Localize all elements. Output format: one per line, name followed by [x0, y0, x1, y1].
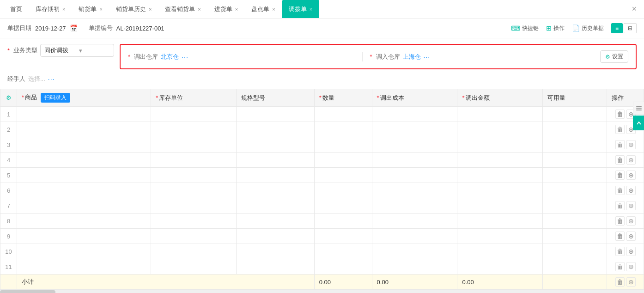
row-11-available[interactable] — [543, 259, 607, 275]
business-type-select[interactable]: 同价调拨 ▾ — [40, 44, 114, 57]
row-9-spec[interactable] — [237, 229, 315, 244]
row-8-cost[interactable] — [372, 214, 457, 229]
copy-icon[interactable]: ⊕ — [626, 171, 636, 180]
row-4-goods[interactable] — [17, 153, 151, 168]
row-7-cost[interactable] — [372, 198, 457, 214]
row-10-qty[interactable] — [314, 244, 372, 259]
tab-view-sales-order[interactable]: 查看销货单 × — [158, 0, 207, 18]
scan-btn[interactable]: 扫码录入 — [41, 93, 70, 103]
shortcut-action[interactable]: ⌨ 快捷键 — [511, 24, 539, 32]
row-11-unit[interactable] — [151, 259, 237, 275]
right-list-btn[interactable] — [633, 102, 644, 115]
person-more-btn[interactable]: ··· — [48, 75, 55, 83]
row-1-qty[interactable] — [314, 107, 372, 122]
row-9-unit[interactable] — [151, 229, 237, 244]
row-3-goods[interactable] — [17, 137, 151, 153]
tab-inventory-check[interactable]: 盘点单 × — [245, 0, 282, 18]
tab-close-inventory-init[interactable]: × — [62, 6, 65, 12]
tab-inventory-init[interactable]: 库存期初 × — [29, 0, 72, 18]
history-action[interactable]: 📄 历史单据 — [572, 24, 604, 32]
row-11-cost[interactable] — [372, 259, 457, 275]
row-10-unit[interactable] — [151, 244, 237, 259]
row-1-available[interactable] — [543, 107, 607, 122]
copy-icon[interactable]: ⊕ — [626, 186, 636, 195]
row-4-available[interactable] — [543, 153, 607, 168]
delete-icon[interactable]: 🗑 — [615, 277, 625, 287]
delete-icon[interactable]: 🗑 — [615, 171, 625, 180]
row-2-available[interactable] — [543, 122, 607, 137]
horizontal-scrollbar[interactable] — [0, 290, 644, 293]
row-9-amount[interactable] — [457, 229, 543, 244]
row-6-qty[interactable] — [314, 183, 372, 198]
tab-close-transfer-order[interactable]: × — [310, 6, 312, 12]
row-1-cost[interactable] — [372, 107, 457, 122]
warehouse-out-value[interactable]: 北京仓 — [161, 53, 179, 61]
tab-close-inventory-check[interactable]: × — [272, 6, 275, 12]
delete-icon[interactable]: 🗑 — [615, 216, 625, 226]
tab-purchase-order[interactable]: 进货单 × — [208, 0, 245, 18]
row-1-amount[interactable] — [457, 107, 543, 122]
row-3-qty[interactable] — [314, 137, 372, 153]
row-4-qty[interactable] — [314, 153, 372, 168]
right-expand-btn[interactable] — [633, 116, 644, 130]
row-1-spec[interactable] — [237, 107, 315, 122]
row-4-amount[interactable] — [457, 153, 543, 168]
row-2-qty[interactable] — [314, 122, 372, 137]
row-5-goods[interactable] — [17, 168, 151, 183]
warehouse-in-value[interactable]: 上海仓 — [403, 53, 421, 61]
row-10-spec[interactable] — [237, 244, 315, 259]
row-10-goods[interactable] — [17, 244, 151, 259]
row-6-goods[interactable] — [17, 183, 151, 198]
copy-icon[interactable]: ⊕ — [626, 216, 636, 226]
copy-icon[interactable]: ⊕ — [626, 277, 636, 287]
tab-sales-order[interactable]: 销货单 × — [72, 0, 109, 18]
row-8-available[interactable] — [543, 214, 607, 229]
warehouse-out-more-btn[interactable]: ··· — [182, 53, 188, 61]
row-8-unit[interactable] — [151, 214, 237, 229]
row-7-qty[interactable] — [314, 198, 372, 214]
row-2-amount[interactable] — [457, 122, 543, 137]
row-10-amount[interactable] — [457, 244, 543, 259]
row-4-cost[interactable] — [372, 153, 457, 168]
tab-home[interactable]: 首页 — [4, 0, 29, 18]
delete-icon[interactable]: 🗑 — [615, 140, 625, 149]
copy-icon[interactable]: ⊕ — [626, 262, 636, 271]
row-7-spec[interactable] — [237, 198, 315, 214]
gear-settings-icon[interactable]: ⚙ — [6, 94, 12, 101]
row-1-goods[interactable] — [17, 107, 151, 122]
settings-button[interactable]: ⚙ 设置 — [600, 50, 628, 63]
delete-icon[interactable]: 🗑 — [615, 247, 625, 256]
row-6-amount[interactable] — [457, 183, 543, 198]
copy-icon[interactable]: ⊕ — [626, 201, 636, 210]
row-5-qty[interactable] — [314, 168, 372, 183]
operation-action[interactable]: ⊞ 操作 — [546, 24, 565, 32]
row-2-spec[interactable] — [237, 122, 315, 137]
row-6-cost[interactable] — [372, 183, 457, 198]
row-11-spec[interactable] — [237, 259, 315, 275]
row-8-amount[interactable] — [457, 214, 543, 229]
list-view-btn[interactable]: ≡ — [611, 23, 623, 33]
copy-icon[interactable]: ⊕ — [626, 232, 636, 241]
row-5-available[interactable] — [543, 168, 607, 183]
row-1-unit[interactable] — [151, 107, 237, 122]
row-5-spec[interactable] — [237, 168, 315, 183]
scrollbar-thumb[interactable] — [0, 290, 55, 293]
row-6-spec[interactable] — [237, 183, 315, 198]
calendar-icon[interactable]: 📅 — [70, 24, 78, 32]
tab-close-purchase-order[interactable]: × — [235, 6, 238, 12]
row-2-cost[interactable] — [372, 122, 457, 137]
tab-close-sales-order-history[interactable]: × — [149, 6, 152, 12]
row-4-spec[interactable] — [237, 153, 315, 168]
row-2-unit[interactable] — [151, 122, 237, 137]
close-window-button[interactable]: × — [628, 4, 640, 14]
delete-icon[interactable]: 🗑 — [615, 232, 625, 241]
tab-close-sales-order[interactable]: × — [99, 6, 102, 12]
tab-close-view-sales-order[interactable]: × — [198, 6, 200, 12]
row-8-spec[interactable] — [237, 214, 315, 229]
person-select[interactable]: 选择... — [28, 75, 45, 83]
row-7-unit[interactable] — [151, 198, 237, 214]
copy-icon[interactable]: ⊕ — [626, 140, 636, 149]
row-5-cost[interactable] — [372, 168, 457, 183]
row-7-goods[interactable] — [17, 198, 151, 214]
row-3-unit[interactable] — [151, 137, 237, 153]
